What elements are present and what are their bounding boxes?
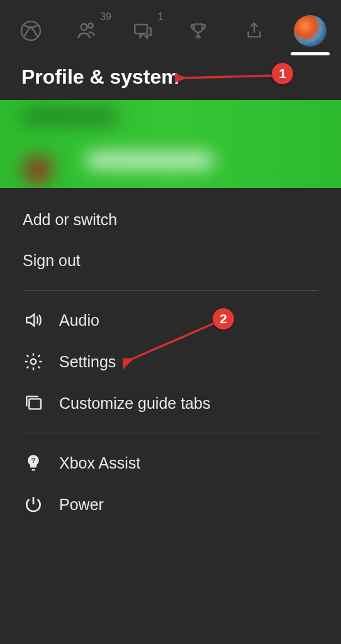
svg-rect-3 [135, 25, 147, 33]
help-bulb-icon: ? [23, 452, 44, 474]
tab-profile[interactable] [294, 15, 326, 47]
add-or-switch-item[interactable]: Add or switch [23, 199, 318, 240]
customize-tabs-item[interactable]: Customize guide tabs [0, 382, 341, 424]
tab-home[interactable] [15, 15, 47, 47]
customize-icon [23, 392, 44, 414]
audio-label: Audio [59, 311, 99, 330]
power-icon [23, 494, 44, 515]
assist-label: Xbox Assist [59, 454, 140, 472]
people-icon [75, 19, 98, 42]
sign-out-item[interactable]: Sign out [23, 240, 318, 281]
audio-icon [23, 309, 44, 331]
power-label: Power [59, 496, 104, 514]
active-tab-indicator [291, 52, 330, 55]
svg-text:?: ? [31, 457, 36, 464]
tab-achievements[interactable] [182, 15, 214, 47]
svg-rect-5 [29, 399, 41, 409]
xbox-logo-icon [20, 19, 42, 42]
svg-point-1 [81, 24, 87, 30]
tab-share[interactable] [238, 15, 270, 47]
xbox-assist-item[interactable]: ? Xbox Assist [0, 442, 341, 484]
divider [23, 290, 318, 291]
chat-icon [132, 20, 154, 42]
chat-badge: 1 [158, 11, 164, 23]
trophy-icon [188, 21, 208, 41]
divider [23, 433, 318, 433]
tab-chat[interactable]: 1 [127, 15, 159, 47]
svg-point-4 [31, 359, 36, 365]
profile-banner[interactable] [0, 100, 341, 188]
account-section: Add or switch Sign out [0, 188, 341, 281]
customize-label: Customize guide tabs [59, 394, 210, 413]
page-title: Profile & system [0, 57, 341, 100]
tab-friends[interactable]: 39 [71, 15, 103, 47]
settings-label: Settings [59, 353, 116, 371]
share-icon [244, 21, 264, 41]
profile-blurred-content [0, 100, 341, 188]
power-item[interactable]: Power [0, 484, 341, 525]
guide-tabs-bar: 39 1 [0, 0, 341, 57]
settings-item[interactable]: Settings [0, 341, 341, 382]
avatar [294, 15, 327, 47]
svg-point-2 [88, 23, 92, 28]
friends-badge: 39 [100, 11, 111, 23]
audio-item[interactable]: Audio [0, 299, 341, 341]
gear-icon [23, 351, 44, 372]
svg-point-0 [21, 21, 40, 40]
